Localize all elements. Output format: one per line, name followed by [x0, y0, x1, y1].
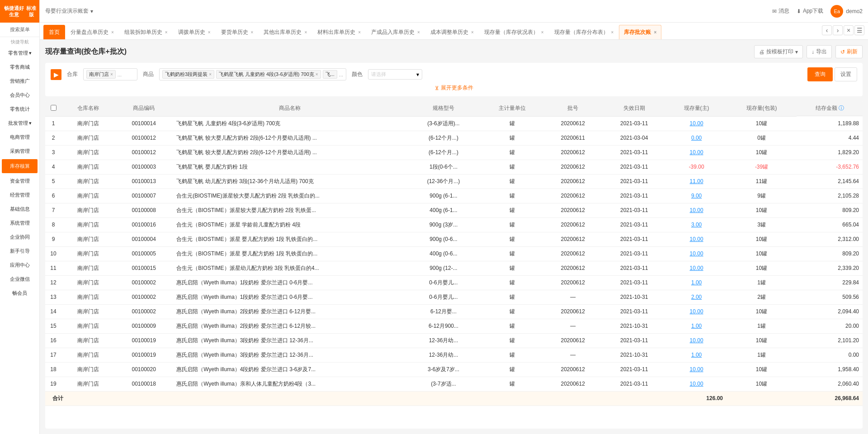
tab-close-9[interactable]: × [541, 30, 544, 35]
user-menu[interactable]: Ea demo2 [830, 5, 863, 18]
export-button[interactable]: ↓ 导出 [807, 45, 832, 58]
tab-close-all-btn[interactable]: × [844, 25, 854, 35]
sidebar-item-ecommerce[interactable]: 电商管理 [0, 130, 39, 144]
tab-material-out-history[interactable]: 材料出库单历史 × [312, 25, 366, 39]
tab-close-1[interactable]: × [111, 30, 114, 35]
tab-product-in-history[interactable]: 产成品入库单历史 × [366, 25, 425, 39]
sidebar-item-operation[interactable]: 经营管理 [0, 188, 39, 202]
page-title: 现存量查询(按仓库+批次) [45, 47, 127, 57]
cell-warehouse: 南岸门店 [61, 131, 115, 145]
cell-warehouse: 南岸门店 [61, 304, 115, 319]
message-btn[interactable]: ✉ 消息 [772, 7, 789, 15]
cell-balance: 2,101.20 [797, 333, 863, 348]
query-button[interactable]: 查询 [807, 67, 833, 81]
table-row: 18 南岸门店 00100020 惠氏启陪（Wyeth illuma）4段奶粉 … [45, 362, 863, 377]
cell-qty-main: 10.00 [666, 116, 726, 131]
cell-qty-pack: 1罐 [726, 275, 797, 290]
sidebar-item-marketing[interactable]: 营销推广 [0, 74, 39, 88]
tab-disassemble-history[interactable]: 组装拆卸单历史 × [119, 25, 173, 39]
goods-tag-close-1[interactable]: × [316, 72, 318, 77]
tab-close-7[interactable]: × [417, 30, 420, 35]
cell-spec: (6-12个月...) [406, 131, 481, 145]
sidebar-item-member[interactable]: 会员中心 [0, 88, 39, 102]
tab-next-btn[interactable]: › [833, 25, 843, 35]
cell-qty-main: 3.00 [666, 217, 726, 232]
tab-requisition-history[interactable]: 要货单历史 × [216, 25, 259, 39]
cell-idx: 12 [45, 275, 61, 290]
cell-unit: 罐 [481, 362, 544, 377]
table-row: 8 南岸门店 00100016 合生元（BIOSTIME）派星 学龄前儿童配方奶… [45, 217, 863, 232]
warehouse-tag-close-0[interactable]: × [110, 72, 113, 77]
sidebar-item-enterprise[interactable]: 企业协同 [0, 230, 39, 244]
table-row: 12 南岸门店 00100002 惠氏启陪（Wyeth illuma）1段奶粉 … [45, 275, 863, 290]
account-name: 母婴行业演示账套 [45, 7, 89, 15]
tab-close-4[interactable]: × [251, 30, 254, 35]
sidebar-item-finance[interactable]: 资金管理 [0, 174, 39, 188]
cell-qty-pack: 11罐 [726, 174, 797, 189]
dropdown-icon: ▾ [90, 8, 93, 14]
tab-inventory-dist[interactable]: 现存量（库存分布表） × [549, 25, 619, 39]
sidebar-item-wechat[interactable]: 企业微信 [0, 272, 39, 286]
tab-inventory-count-history[interactable]: 分量盘点单历史 × [66, 25, 119, 39]
sidebar-item-system[interactable]: 系统管理 [0, 216, 39, 230]
tab-transfer-history[interactable]: 调拨单历史 × [173, 25, 216, 39]
cell-code: 00100002 [115, 304, 173, 319]
settings-button[interactable]: 设置 [835, 67, 857, 81]
tab-close-3[interactable]: × [208, 30, 211, 35]
goods-more[interactable]: ... [339, 72, 343, 77]
tab-close-10[interactable]: × [611, 30, 614, 35]
table-row: 10 南岸门店 00100005 合生元（BIOSTIME）派星 婴儿配方奶粉 … [45, 246, 863, 261]
cell-expiry: 2021-03-11 [602, 145, 666, 160]
sidebar-item-retail-store[interactable]: 零售商城 [0, 60, 39, 74]
cell-idx: 13 [45, 290, 61, 304]
sidebar-item-appcenter[interactable]: 应用中心 [0, 258, 39, 272]
cell-code: 00100013 [115, 174, 173, 189]
tab-home[interactable]: 首页 [43, 25, 65, 39]
account-dropdown[interactable]: 母婴行业演示账套 ▾ [45, 7, 93, 15]
filter-expand-button[interactable]: ▶ [51, 69, 61, 80]
select-all-checkbox[interactable] [51, 105, 57, 111]
balance-info-icon[interactable]: ⓘ [839, 104, 844, 112]
sidebar-item-purchase[interactable]: 采购管理 [0, 144, 39, 158]
sidebar-item-retail-stats[interactable]: 零售统计 [0, 102, 39, 116]
tab-close-6[interactable]: × [358, 30, 361, 35]
cell-spec: 3-6岁及7岁... [406, 362, 481, 377]
tab-prev-btn[interactable]: ‹ [822, 25, 832, 35]
goods-tag-close-0[interactable]: × [209, 72, 212, 77]
summary-balance: 26,968.64 [797, 391, 863, 406]
cell-batch: 20200612 [544, 261, 602, 275]
tab-menu-btn[interactable]: ☰ [854, 25, 864, 35]
tab-close-5[interactable]: × [304, 30, 307, 35]
tab-inventory-status[interactable]: 现存量（库存状况表） × [479, 25, 549, 39]
sidebar-item-inventory[interactable]: 库存核算 [2, 159, 38, 173]
filter-row: ▶ 合库 南岸门店 × ... 商品 飞鹤奶粉3段两提装 × [51, 67, 857, 81]
tab-close-11[interactable]: × [654, 30, 656, 35]
sidebar-item-retail-mgmt[interactable]: 零售管理 ▾ [0, 46, 39, 60]
tab-close-2[interactable]: × [165, 30, 168, 35]
filter-expand-row[interactable]: ⊻ 展开更多条件 [51, 84, 857, 92]
cell-expiry: 2021-03-11 [602, 261, 666, 275]
tab-close-8[interactable]: × [471, 30, 474, 35]
warehouse-filter-group[interactable]: 南岸门店 × ... [83, 68, 137, 80]
tab-batch-invoice[interactable]: 库存批次账 × [619, 25, 661, 39]
tab-cost-adjust-history[interactable]: 成本调整单历史 × [425, 25, 479, 39]
sidebar-item-basic[interactable]: 基础信息 [0, 202, 39, 216]
tab-other-out-history[interactable]: 其他出库单历史 × [259, 25, 312, 39]
cell-spec: 400g (6-1... [406, 203, 481, 217]
app-download-btn[interactable]: ⬇ App下载 [797, 7, 823, 15]
sidebar-item-wholesale[interactable]: 批发管理 ▾ [0, 116, 39, 130]
print-button[interactable]: 🖨 按模板打印 ▾ [754, 45, 803, 58]
goods-filter-group[interactable]: 飞鹤奶粉3段两提装 × 飞鹤星飞帆 儿童奶粉 4段(3-6岁适用) 700克 ×… [159, 68, 346, 80]
cell-balance: -3,652.76 [797, 160, 863, 174]
search-menu[interactable]: 搜索菜单 [0, 23, 39, 37]
cell-unit: 罐 [481, 333, 544, 348]
cell-warehouse: 南岸门店 [61, 333, 115, 348]
cell-code: 00100005 [115, 246, 173, 261]
th-checkbox[interactable] [45, 101, 61, 116]
cell-balance: 1,958.40 [797, 362, 863, 377]
color-filter-group[interactable]: 请选择 ▾ [368, 69, 422, 80]
warehouse-more[interactable]: ... [118, 72, 122, 77]
refresh-button[interactable]: ↺ 刷新 [835, 45, 863, 58]
sidebar-item-guide[interactable]: 新手引导 [0, 244, 39, 258]
sidebar-item-vip[interactable]: 畅会员 [0, 286, 39, 300]
